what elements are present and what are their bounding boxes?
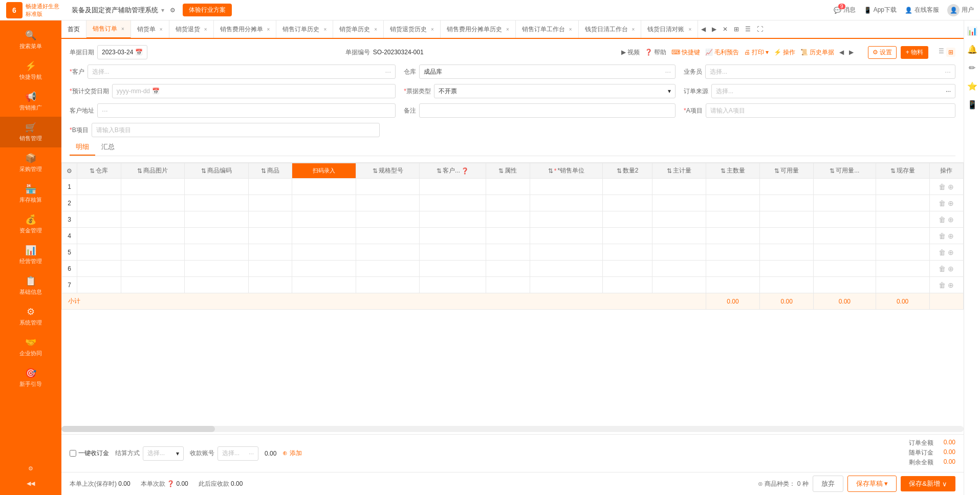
row-1-available2[interactable] bbox=[814, 179, 876, 195]
print-btn[interactable]: 🖨 打印 ▾ bbox=[744, 48, 769, 57]
row-2-product[interactable] bbox=[248, 195, 292, 211]
row-1-spec[interactable] bbox=[356, 179, 420, 195]
row-1-unit[interactable] bbox=[530, 179, 603, 195]
tab-sales-return[interactable]: 销货单 × bbox=[131, 20, 169, 38]
customer-address-input[interactable]: ··· bbox=[97, 103, 396, 118]
row-2-customer-code[interactable] bbox=[420, 195, 486, 211]
th-available[interactable]: ⇅可用量 bbox=[760, 163, 814, 179]
th-main-unit[interactable]: ⇅主计量 bbox=[652, 163, 706, 179]
tab-sales-refund-close[interactable]: × bbox=[204, 27, 207, 32]
th-product[interactable]: ⇅商品 bbox=[248, 163, 292, 179]
tab-cash-daily-account[interactable]: 钱货日清对账 × bbox=[641, 20, 698, 38]
tab-grid-btn[interactable]: ⊞ bbox=[731, 20, 742, 38]
calendar-icon[interactable]: 📅 bbox=[135, 49, 143, 56]
row-1-qty2[interactable] bbox=[603, 179, 652, 195]
tab-sales-expense-history[interactable]: 销售费用分摊单历史 × bbox=[441, 20, 516, 38]
row-2-main-qty[interactable] bbox=[706, 195, 759, 211]
app-download-btn[interactable]: 📱 App下载 bbox=[864, 6, 897, 14]
tab-close-btn[interactable]: ✕ bbox=[720, 20, 731, 38]
tab-menu-btn[interactable]: ☰ bbox=[742, 20, 754, 38]
shortcut-btn[interactable]: ⌨ 快捷键 bbox=[671, 48, 700, 57]
tab-sales-order-close[interactable]: × bbox=[121, 26, 124, 32]
online-service-btn[interactable]: 👤 在线客服 bbox=[905, 6, 939, 14]
row-1-main-qty[interactable] bbox=[706, 179, 759, 195]
col-gear-icon[interactable]: ⚙ bbox=[67, 167, 72, 175]
row-2-unit[interactable] bbox=[530, 195, 603, 211]
sidebar-item-quick-nav[interactable]: ⚡ 快捷导航 bbox=[0, 55, 61, 86]
sidebar-item-finance[interactable]: 💰 资金管理 bbox=[0, 209, 61, 240]
discard-btn[interactable]: 放弃 bbox=[813, 476, 843, 492]
row-1-product-code[interactable] bbox=[185, 179, 249, 195]
row-2-spec[interactable] bbox=[356, 195, 420, 211]
row-1-copy-icon[interactable]: ⊕ bbox=[948, 183, 954, 191]
row-3-warehouse[interactable] bbox=[77, 211, 121, 228]
th-customer-code[interactable]: ⇅客户...❓ bbox=[420, 163, 486, 179]
row-2-delete-icon[interactable]: 🗑 bbox=[939, 199, 946, 207]
row-1-attr[interactable] bbox=[486, 179, 530, 195]
tab-sales-order-workbench[interactable]: 销售订单工作台 × bbox=[516, 20, 579, 38]
one-click-checkbox[interactable]: 一键收订金 bbox=[70, 449, 109, 458]
sidebar-item-marketing[interactable]: 📢 营销推广 bbox=[0, 86, 61, 117]
settings-icon[interactable]: ⚙ bbox=[166, 4, 179, 16]
row-2-attr[interactable] bbox=[486, 195, 530, 211]
row-2-scan[interactable] bbox=[292, 195, 356, 211]
table-scrollbar-thumb[interactable] bbox=[61, 426, 215, 432]
th-attributes[interactable]: ⇅属性 bbox=[486, 163, 530, 179]
th-warehouse[interactable]: ⇅仓库 bbox=[77, 163, 121, 179]
sidebar-item-guide[interactable]: 🎯 新手引导 bbox=[0, 362, 61, 393]
th-product-code[interactable]: ⇅商品编码 bbox=[185, 163, 249, 179]
sidebar-item-sales[interactable]: 🛒 销售管理 bbox=[0, 117, 61, 147]
tab-refund-history-close[interactable]: × bbox=[431, 27, 434, 32]
one-click-checkbox-input[interactable] bbox=[70, 450, 76, 457]
row-2-copy-icon[interactable]: ⊕ bbox=[948, 199, 954, 207]
account-input[interactable]: 选择... ··· bbox=[217, 446, 258, 461]
tab-order-history-close[interactable]: × bbox=[323, 27, 326, 32]
tab-prev-btn[interactable]: ◀ bbox=[698, 20, 709, 38]
row-1-scan[interactable] bbox=[292, 179, 356, 195]
project-a-input[interactable]: 请输入A项目 bbox=[706, 103, 955, 118]
profit-btn[interactable]: 📈 毛利预告 bbox=[705, 48, 739, 57]
order-source-input[interactable]: 选择... ··· bbox=[711, 84, 955, 98]
sidebar-item-system[interactable]: ⚙ 系统管理 bbox=[0, 301, 61, 332]
right-star-icon[interactable]: ⭐ bbox=[966, 80, 978, 92]
tab-summary[interactable]: 汇总 bbox=[95, 139, 121, 156]
tab-cash-daily-workbench[interactable]: 钱货日清工作台 × bbox=[579, 20, 642, 38]
tab-detail[interactable]: 明细 bbox=[70, 139, 95, 156]
row-6-copy-icon[interactable]: ⊕ bbox=[948, 265, 954, 273]
th-main-qty[interactable]: ⇅主数量 bbox=[706, 163, 759, 179]
notes-input[interactable] bbox=[419, 103, 676, 118]
row-2-stock[interactable] bbox=[876, 195, 929, 211]
row-5-copy-icon[interactable]: ⊕ bbox=[948, 248, 954, 256]
list-view-btn[interactable]: ☰ bbox=[939, 48, 944, 57]
row-2-main-unit[interactable] bbox=[652, 195, 706, 211]
tab-sales-return-close[interactable]: × bbox=[160, 27, 163, 32]
operate-btn[interactable]: ⚡ 操作 bbox=[774, 48, 795, 57]
sidebar-item-search[interactable]: 🔍 搜索菜单 bbox=[0, 25, 61, 55]
right-bell-icon[interactable]: 🔔 bbox=[966, 43, 978, 55]
sidebar-item-operations[interactable]: 📊 经营管理 bbox=[0, 240, 61, 270]
row-1-available[interactable] bbox=[760, 179, 814, 195]
user-menu[interactable]: 👤 用户 bbox=[947, 4, 974, 16]
row-1-product[interactable] bbox=[248, 179, 292, 195]
invoice-type-select[interactable]: 不开票 ▾ bbox=[434, 84, 676, 98]
sidebar-item-purchase[interactable]: 📦 采购管理 bbox=[0, 147, 61, 178]
save-draft-btn[interactable]: 保存草稿 ▾ bbox=[847, 476, 897, 492]
prev-record-btn[interactable]: ◀ bbox=[839, 49, 844, 56]
th-scan-input[interactable]: 扫码录入 bbox=[292, 163, 356, 179]
messages-btn[interactable]: 💬 9 消息 bbox=[834, 6, 856, 14]
row-4-copy-icon[interactable]: ⊕ bbox=[948, 232, 954, 240]
row-2-warehouse[interactable] bbox=[77, 195, 121, 211]
title-dropdown-icon[interactable]: ▾ bbox=[161, 7, 164, 14]
card-view-btn[interactable]: ⊞ bbox=[946, 48, 955, 57]
sidebar-settings-btn[interactable]: ⚙ bbox=[0, 461, 61, 476]
scan-btn[interactable]: 扫码录入 bbox=[309, 166, 339, 175]
form-setting-btn[interactable]: ⚙ 设置 bbox=[868, 46, 897, 59]
save-new-btn[interactable]: 保存&新增 ∨ bbox=[901, 476, 955, 491]
industry-btn[interactable]: 体验行业方案 bbox=[183, 4, 232, 16]
history-btn[interactable]: 📜 历史单据 bbox=[800, 48, 834, 57]
tab-fullscreen-btn[interactable]: ⛶ bbox=[754, 20, 766, 38]
row-3-delete-icon[interactable]: 🗑 bbox=[939, 216, 946, 224]
tab-order-workbench-close[interactable]: × bbox=[569, 27, 572, 32]
bill-date-input[interactable]: 2023-03-24 📅 bbox=[97, 45, 147, 59]
table-wrapper[interactable]: ⚙ ⇅仓库 ⇅商品图片 ⇅商品编码 ⇅商品 扫码录入 ⇅规格型号 ⇅客户...❓… bbox=[61, 163, 964, 424]
